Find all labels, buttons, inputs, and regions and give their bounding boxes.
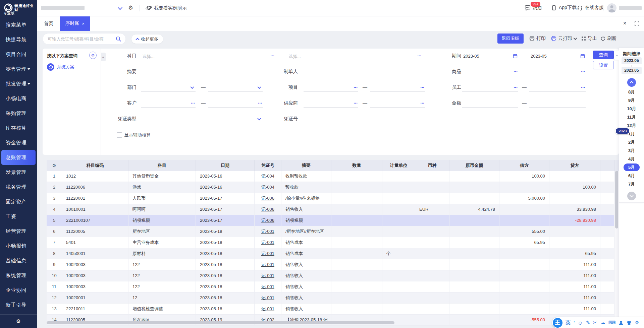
voucher-link[interactable]: 记-006	[261, 207, 274, 212]
search-icon[interactable]	[116, 36, 121, 42]
period-month[interactable]: 8月	[619, 88, 644, 96]
employee-from-input[interactable]: ···	[462, 84, 518, 92]
query-button[interactable]: 查询	[593, 51, 614, 59]
sidebar-item[interactable]: 快捷导航	[0, 32, 37, 47]
table-row[interactable]: 9100200031222023-05-18记-001销售收入111.00	[47, 259, 619, 270]
column-header[interactable]: 科目	[128, 160, 196, 171]
cloud-icon[interactable]: ☁	[600, 320, 605, 326]
online-service-button[interactable]: 在线客服	[577, 5, 604, 11]
voucher-link[interactable]: 记-004	[261, 174, 274, 179]
customer-from-input[interactable]: ···	[141, 100, 196, 108]
ellipsis-picker-icon[interactable]: ···	[581, 84, 585, 90]
amount-to-input[interactable]	[529, 100, 586, 108]
subject-to-input[interactable]: 选择...···	[287, 52, 422, 60]
table-column-settings-gear-icon[interactable]: ⚙	[47, 160, 62, 171]
summary-input[interactable]	[141, 68, 263, 76]
punctuation-icon[interactable]: ’	[574, 320, 575, 326]
fullscreen-icon[interactable]	[635, 21, 639, 26]
sidebar-item[interactable]: 总账管理	[1, 150, 36, 165]
voucher-link[interactable]: 记-001	[261, 306, 274, 311]
ellipsis-picker-icon[interactable]: ···	[514, 69, 518, 74]
sidebar-item[interactable]: 小畅报销	[0, 239, 37, 253]
goods-from-input[interactable]: ···	[462, 68, 518, 76]
scheme-gear-icon[interactable]: ⚙	[89, 52, 97, 59]
voucher-link[interactable]: 记-001	[261, 284, 274, 289]
period-month[interactable]: 11月	[619, 113, 644, 121]
department-from-select[interactable]	[141, 84, 196, 92]
settings-icon[interactable]: ⚙	[635, 320, 639, 326]
ellipsis-picker-icon[interactable]: ···	[354, 100, 358, 106]
settings-button[interactable]: 设置	[593, 61, 614, 69]
voucher-type-select[interactable]	[141, 115, 263, 123]
supplier-to-input[interactable]: ···	[370, 100, 425, 108]
table-row[interactable]: 75401主营业务成本2023-05-18记-001销售成本65.95	[47, 237, 619, 248]
department-to-select[interactable]	[208, 84, 263, 92]
period-month[interactable]: 7月	[619, 180, 644, 188]
goods-to-input[interactable]: ···	[529, 68, 586, 76]
refresh-button[interactable]: 刷新	[600, 36, 616, 42]
sidebar-item[interactable]: 固定资产	[0, 194, 37, 209]
column-header[interactable]: 计量单位	[382, 160, 415, 171]
sidebar-item[interactable]: 新手引导	[0, 298, 37, 312]
voucher-link[interactable]: 记-006	[261, 196, 274, 201]
sidebar-item[interactable]: 经营管理	[0, 224, 37, 239]
search-input[interactable]	[47, 36, 116, 42]
keyboard-icon[interactable]: ⌨	[608, 320, 616, 326]
cloud-print-button[interactable]: 云打印	[551, 36, 577, 42]
close-tab-icon[interactable]: ×	[82, 21, 85, 26]
column-header[interactable]: 原币金额	[449, 160, 499, 171]
table-row[interactable]: 11012其他货币资金2023-05-16记-004收到预收款100.00	[47, 171, 619, 182]
table-row[interactable]: 52221000107销项税额2023-05-17记-006销项税额-28,83…	[47, 215, 619, 226]
table-row[interactable]: 1322210011增值税检查调整2023-05-18记-001销售收入111.…	[47, 304, 619, 315]
column-header[interactable]: 日期	[196, 160, 255, 171]
ellipsis-picker-icon[interactable]: ···	[270, 53, 274, 59]
voucher-link[interactable]: 记-001	[261, 229, 274, 234]
period-month[interactable]: 6月	[619, 172, 644, 180]
collapse-more-button[interactable]: 收起更多	[131, 35, 163, 44]
sidebar-item[interactable]: 库存核算	[0, 121, 37, 135]
sidebar-item[interactable]: 搜索菜单	[0, 17, 37, 32]
period-to-box[interactable]: 2023.05	[622, 67, 642, 74]
table-row[interactable]: 611220005所在地区2023-05-18记-001/所在地区//所在地区5…	[47, 226, 619, 237]
table-row[interactable]: 814050001原材料2023-05-18记-001销售成本个65.95	[47, 248, 619, 259]
period-month[interactable]: 3月	[619, 146, 644, 155]
ellipsis-picker-icon[interactable]: ···	[417, 53, 421, 59]
sidebar-item[interactable]: 资金管理	[0, 135, 37, 150]
sidebar-item[interactable]: 零售管理	[0, 62, 37, 76]
period-month[interactable]: 2月	[619, 138, 644, 146]
table-row[interactable]: 311220001人民币2023-05-17记-006/徐小量//往来标签5,0…	[47, 193, 619, 204]
app-download-button[interactable]: App下载	[551, 5, 577, 11]
sidebar-item[interactable]: 税务管理	[0, 180, 37, 194]
ellipsis-picker-icon[interactable]: ···	[420, 84, 424, 90]
maker-input[interactable]	[304, 68, 425, 76]
column-header[interactable]: 数量	[331, 160, 382, 171]
scroll-down-button[interactable]	[627, 192, 636, 200]
back-to-old-button[interactable]: 退回旧版	[497, 34, 524, 44]
voucher-link[interactable]: 记-004	[261, 185, 274, 190]
customer-to-input[interactable]: ···	[208, 100, 263, 108]
sidebar-item[interactable]: 项目合同	[0, 47, 37, 62]
ellipsis-picker-icon[interactable]: ···	[420, 100, 424, 106]
voucher-no-from-input[interactable]	[304, 115, 358, 123]
period-from-input[interactable]: 2023-05	[462, 52, 518, 60]
skin-icon[interactable]	[627, 320, 632, 325]
sidebar-item[interactable]: 批发管理	[0, 76, 37, 91]
table-row[interactable]: 410010001呵呵呵2023-05-17记-006销售收入EUR4,424.…	[47, 204, 619, 215]
sidebar-item[interactable]: 采购管理	[0, 106, 37, 121]
org-selector[interactable]	[41, 6, 85, 10]
user-avatar[interactable]	[607, 3, 616, 13]
voucher-link[interactable]: 记-001	[261, 295, 274, 300]
employee-to-input[interactable]: ···	[529, 84, 586, 92]
table-row[interactable]: 10100200031222023-05-18记-001销售收入111.00	[47, 270, 619, 281]
project-to-input[interactable]: ···	[370, 84, 425, 92]
scroll-up-button[interactable]	[627, 78, 636, 87]
ellipsis-picker-icon[interactable]: ···	[514, 84, 518, 90]
clipboard-icon[interactable]: ✂	[593, 320, 597, 326]
horizontal-scrollbar[interactable]	[47, 321, 394, 324]
search-box[interactable]	[43, 33, 126, 45]
period-collapse-handle[interactable]: »	[614, 51, 619, 60]
voucher-link[interactable]: 记-001	[261, 262, 274, 267]
column-header[interactable]: 贷方	[549, 160, 600, 171]
sidebar-settings[interactable]: ⚙	[0, 314, 37, 328]
account-icon[interactable]	[619, 320, 624, 325]
